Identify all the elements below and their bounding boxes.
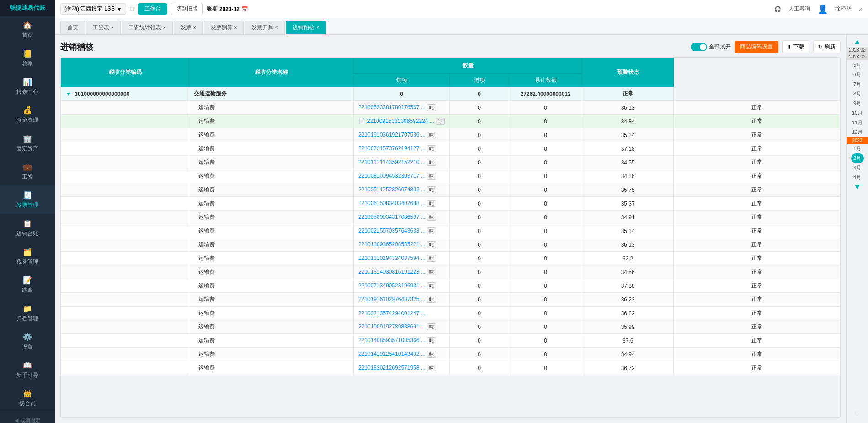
invoice-no: 22101314030816191223 ... bbox=[358, 269, 426, 275]
sidebar-item-reports[interactable]: 📊 报表中心 bbox=[0, 72, 55, 100]
calendar-month-2[interactable]: 2月 bbox=[851, 153, 864, 163]
calendar-month-12[interactable]: 12月 bbox=[847, 127, 868, 137]
file-icon: 📄 bbox=[358, 118, 365, 124]
sidebar-item-settings[interactable]: ⚙️ 设置 bbox=[0, 327, 55, 355]
cell-status: 正常 bbox=[582, 87, 674, 101]
sidebar-item-invoice[interactable]: 🧾 发票管理 bbox=[0, 185, 55, 214]
expand-toggle[interactable] bbox=[691, 43, 707, 51]
table-row[interactable]: 运输费 22101408593571035366 ... 吨 0 0 37.6 … bbox=[61, 334, 840, 348]
sidebar-item-ledger[interactable]: 📒 总账 bbox=[0, 44, 55, 72]
cell-sales: 0 bbox=[450, 169, 509, 183]
table-row[interactable]: ▼ 301000000000000000 交通运输服务 0 0 27262.40… bbox=[61, 87, 840, 101]
tab-invoice[interactable]: 发票 × bbox=[174, 21, 203, 34]
vip-icon: 👑 bbox=[23, 389, 32, 398]
data-table-wrap: 税收分类编码 税收分类名称 数量 预警状态 销项 进项 累计数额 bbox=[60, 57, 841, 418]
sidebar-item-archive[interactable]: 📁 归档管理 bbox=[0, 299, 55, 327]
calendar-month-5[interactable]: 5月 bbox=[847, 60, 868, 70]
sidebar-item-finance[interactable]: 💰 资金管理 bbox=[0, 100, 55, 129]
close-button[interactable]: × bbox=[859, 5, 863, 13]
cell-name: 运输费 bbox=[189, 348, 354, 361]
table-row[interactable]: 运输费 22101910361921707536 ... 吨 0 0 35.24… bbox=[61, 128, 840, 142]
sidebar-item-assets[interactable]: 🏢 固定资产 bbox=[0, 129, 55, 157]
calendar-month-8[interactable]: 8月 bbox=[847, 89, 868, 99]
calendar-month-9[interactable]: 9月 bbox=[847, 99, 868, 108]
table-row[interactable]: 运输费 22101419125410143402 ... 吨 0 0 34.94… bbox=[61, 348, 840, 361]
invoice-no: 22100915031396592224 ... bbox=[367, 118, 434, 124]
sidebar-pin[interactable]: ◀ 取消固定 bbox=[0, 412, 55, 423]
period-display: 账期 2023-02 📅 bbox=[207, 5, 248, 13]
table-row[interactable]: 运输费 22100213574294001247 ... 0 0 36.22 正… bbox=[61, 307, 840, 320]
calendar-month-4[interactable]: 4月 bbox=[847, 173, 868, 182]
chevron-down-icon: ▼ bbox=[117, 6, 122, 12]
sidebar-item-closing[interactable]: 📝 结账 bbox=[0, 270, 55, 299]
table-row[interactable]: 运输费 22100615083403402688 ... 吨 0 0 35.37… bbox=[61, 197, 840, 211]
calendar-month-7[interactable]: 7月 bbox=[847, 79, 868, 89]
table-row[interactable]: 运输费 22101820212692571958 ... 吨 0 0 36.72… bbox=[61, 361, 840, 375]
tab-inout-audit[interactable]: 进销稽核 × bbox=[286, 21, 326, 34]
tab-close-icon[interactable]: × bbox=[163, 25, 166, 30]
tab-home[interactable]: 首页 bbox=[60, 21, 85, 34]
cell-code bbox=[61, 265, 189, 279]
cell-code bbox=[61, 348, 189, 361]
table-row[interactable]: 运输费 22100721573762194127 ... 吨 0 0 37.18… bbox=[61, 142, 840, 156]
table-row[interactable]: 运输费 22100215570357643633 ... 吨 0 0 35.14… bbox=[61, 224, 840, 238]
guide-icon: 📖 bbox=[23, 361, 32, 370]
invoice-no: 22101419125410143402 ... bbox=[358, 351, 426, 357]
sidebar-item-tax[interactable]: 🗂️ 税务管理 bbox=[0, 242, 55, 270]
table-row[interactable]: 运输费 22101314030816191223 ... 吨 0 0 34.56… bbox=[61, 265, 840, 279]
table-row[interactable]: 运输费 22101916102976437325 ... 吨 0 0 36.23… bbox=[61, 293, 840, 307]
calendar-year-label: 2023.02 bbox=[847, 53, 868, 60]
company-selector[interactable]: (勿动) 江西报宝-LSS ▼ bbox=[60, 3, 126, 15]
table-row[interactable]: 运输费 22101310194324037594 ... 吨 0 0 33.2 … bbox=[61, 252, 840, 265]
table-row[interactable]: 运输费 22100509034317086587 ... 吨 0 0 34.91… bbox=[61, 211, 840, 224]
cell-sales: 0 bbox=[450, 334, 509, 348]
refresh-button[interactable]: ↻ 刷新 bbox=[813, 40, 841, 53]
page-header: 进销稽核 全部展开 商品编码设置 ⬇ 下载 ↻ 刷新 bbox=[60, 40, 841, 53]
table-row[interactable]: 运输费 22101111143592152210 ... 吨 0 0 34.55… bbox=[61, 156, 840, 169]
calendar-month-10[interactable]: 10月 bbox=[847, 108, 868, 118]
workbench-button[interactable]: 工作台 bbox=[138, 3, 167, 15]
calendar-icon[interactable]: 📅 bbox=[241, 6, 248, 12]
copy-icon[interactable]: ⧉ bbox=[130, 5, 134, 13]
sidebar-item-guide[interactable]: 📖 新手引导 bbox=[0, 355, 55, 384]
cell-cumulative: 35.75 bbox=[582, 183, 674, 197]
calendar-month-6[interactable]: 6月 bbox=[847, 70, 868, 79]
sidebar-item-vip[interactable]: 👑 畅会员 bbox=[0, 384, 55, 412]
tab-invoice-calc[interactable]: 发票测算 × bbox=[204, 21, 244, 34]
invoice-no: 22100615083403402688 ... bbox=[358, 200, 426, 206]
sidebar-item-home[interactable]: 🏠 首页 bbox=[0, 16, 55, 44]
tab-salary-stats[interactable]: 工资统计报表 × bbox=[122, 21, 173, 34]
table-row[interactable]: 运输费 22101309365208535221 ... 吨 0 0 36.13… bbox=[61, 238, 840, 252]
main-area: (勿动) 江西报宝-LSS ▼ ⧉ 工作台 切到旧版 账期 2023-02 📅 … bbox=[55, 0, 868, 423]
table-row[interactable]: 运输费 22100810094532303717 ... 吨 0 0 34.26… bbox=[61, 169, 840, 183]
download-button[interactable]: ⬇ 下载 bbox=[782, 40, 809, 53]
tab-close-icon[interactable]: × bbox=[275, 25, 278, 30]
calendar-month-3[interactable]: 3月 bbox=[847, 163, 868, 173]
service-label[interactable]: 人工客询 bbox=[788, 5, 810, 13]
table-row[interactable]: 运输费 📄22100915031396592224 ... 吨 0 0 34.8… bbox=[61, 115, 840, 128]
cell-code bbox=[61, 183, 189, 197]
cell-purchase: 0 bbox=[509, 101, 582, 115]
cell-purchase: 0 bbox=[509, 183, 582, 197]
table-row[interactable]: 运输费 22101009192789838691 ... 吨 0 0 35.99… bbox=[61, 320, 840, 334]
calendar-up-nav[interactable]: ▲ bbox=[853, 37, 862, 47]
tab-close-icon[interactable]: × bbox=[234, 25, 237, 30]
cell-status: 正常 bbox=[674, 348, 840, 361]
switch-version-button[interactable]: 切到旧版 bbox=[171, 3, 203, 15]
product-code-settings-button[interactable]: 商品编码设置 bbox=[735, 41, 778, 53]
calendar-month-1[interactable]: 1月 bbox=[847, 144, 868, 153]
table-row[interactable]: 运输费 22100713490523196931 ... 吨 0 0 37.38… bbox=[61, 279, 840, 293]
tab-invoice-issue[interactable]: 发票开具 × bbox=[245, 21, 285, 34]
tab-salary-table[interactable]: 工资表 × bbox=[86, 21, 121, 34]
sidebar-item-inout[interactable]: 📋 进销台账 bbox=[0, 214, 55, 242]
cell-invoice: 22101916102976437325 ... 吨 bbox=[354, 293, 450, 307]
calendar-month-11[interactable]: 11月 bbox=[847, 118, 868, 127]
sidebar-item-salary[interactable]: 💼 工资 bbox=[0, 157, 55, 185]
cell-status: 正常 bbox=[674, 293, 840, 307]
tab-close-icon[interactable]: × bbox=[111, 25, 114, 30]
table-row[interactable]: 运输费 22100511252826674802 ... 吨 0 0 35.75… bbox=[61, 183, 840, 197]
tab-close-icon[interactable]: × bbox=[316, 25, 319, 30]
calendar-down-nav[interactable]: ▼ bbox=[853, 182, 862, 192]
tab-close-icon[interactable]: × bbox=[193, 25, 196, 30]
table-row[interactable]: 运输费 22100523381780176567 ... 吨 0 0 36.13… bbox=[61, 101, 840, 115]
